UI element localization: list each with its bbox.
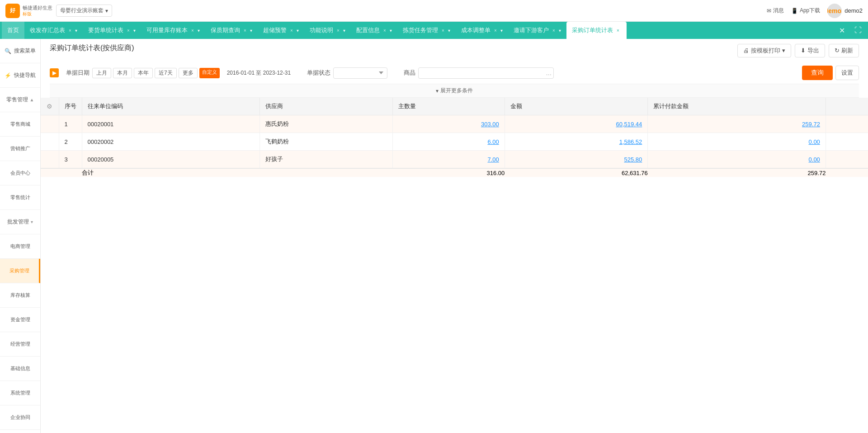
tab-baoyuanq[interactable]: 保质期查询 × ▾ [205,22,258,39]
sidebar-item-retail-store[interactable]: 零售商城 [0,112,40,137]
row2-qty-link[interactable]: 6.00 [487,138,499,145]
sidebar-item-newguide[interactable]: 新手引导 [0,430,40,433]
print-button[interactable]: 🖨 按模板打印 ▾ [737,44,791,57]
sidebar-item-system[interactable]: 系统管理 [0,381,40,405]
tab-caigoudan[interactable]: 采购订单统计表 × [566,22,627,39]
refresh-button[interactable]: ↻ 刷新 [829,44,859,57]
tab-baoyuanq-close[interactable]: × [242,27,248,33]
tab-yaohuo[interactable]: 要货单统计表 × ▾ [83,22,141,39]
tab-shoufazh[interactable]: 收发存汇总表 × ▾ [24,22,83,39]
tab-chaochuyujing[interactable]: 超储预警 × ▾ [258,22,304,39]
date-shortcut-last-month[interactable]: 上月 [92,68,111,78]
row1-amount-link[interactable]: 60,519.44 [616,121,642,128]
table-settings-icon[interactable]: ⚙ [47,103,52,110]
sidebar-item-wholesale[interactable]: 批发管理 ▾ [0,210,40,234]
tab-yaoqingxia[interactable]: 邀请下游客户 × ▾ [508,22,566,39]
workspace-arrow-icon: ▾ [105,8,108,14]
tab-chaochuyujing-arrow: ▾ [297,28,299,33]
workspace-selector[interactable]: 母婴行业演示账套 ▾ [56,5,112,17]
tab-keyong-arrow: ▾ [198,28,200,33]
goods-more-icon[interactable]: … [546,70,552,76]
tab-caigoudan-close[interactable]: × [615,27,621,33]
top-actions: 🖨 按模板打印 ▾ ⬇ 导出 ↻ 刷新 [737,44,859,57]
sidebar-search[interactable]: 🔍 搜索菜单 [0,39,40,63]
refresh-icon: ↻ [835,47,840,54]
sidebar-ecommerce-label: 电商管理 [10,243,30,249]
date-filter-label: 单据日期 [66,69,90,77]
date-shortcut-this-month[interactable]: 本月 [113,68,132,78]
date-shortcut-this-year[interactable]: 本年 [134,68,153,78]
tab-keyong-label: 可用量库存账本 [146,26,188,34]
col-settings: ⚙ [41,98,59,115]
date-shortcut-more[interactable]: 更多 [179,68,198,78]
sidebar-item-enterprise[interactable]: 企业协同 [0,405,40,430]
date-custom-badge[interactable]: 自定义 [199,68,220,78]
tab-chengbenz-arrow: ▾ [500,28,503,33]
sidebar-item-basic[interactable]: 基础信息 [0,357,40,381]
tab-peizhi-close[interactable]: × [382,27,388,33]
row1-qty-link[interactable]: 303.00 [481,121,499,128]
quicknav-icon: ⚡ [5,72,11,79]
summary-paid: 259.72 [648,168,826,177]
query-buttons: 查询 设置 [802,66,859,80]
tab-yaohuo-close[interactable]: × [125,27,132,33]
sidebar-item-ecommerce[interactable]: 电商管理 [0,234,40,259]
goods-filter: 商品 … [404,67,552,79]
col-index: 序号 [59,98,82,115]
app-download-button[interactable]: 📱 App下载 [791,7,820,14]
row3-qty-link[interactable]: 7.00 [487,156,499,163]
avatar: demo2 [827,4,842,18]
row3-paid: 0.00 [648,151,826,169]
tab-yaoqingxia-close[interactable]: × [551,27,557,33]
tab-chengbenz[interactable]: 成本调整单 × ▾ [456,22,508,39]
tab-chaochuyujing-close[interactable]: × [288,27,295,33]
row2-amount-link[interactable]: 1,586.52 [619,138,642,145]
summary-row: 合计 316.00 62,631.76 259.72 [41,168,868,177]
tab-home[interactable]: 首页 [2,22,24,39]
sidebar-inventory-label: 库存核算 [10,292,30,298]
goods-input[interactable] [418,67,554,79]
row2-paid-link[interactable]: 0.00 [809,138,820,145]
sidebar-item-member[interactable]: 会员中心 [0,161,40,186]
sidebar-item-retail-stat[interactable]: 零售统计 [0,186,40,210]
expand-conditions-button[interactable]: ▾ 展开更多条件 [432,86,476,95]
settings-button[interactable]: 设置 [835,66,859,80]
filter-collapse-toggle[interactable]: ▶ [50,68,59,77]
sidebar-item-inventory[interactable]: 库存核算 [0,283,40,308]
col-extra [826,98,868,115]
tab-gongneng[interactable]: 功能说明 × ▾ [304,22,351,39]
tab-baoyuanq-arrow: ▾ [250,28,252,33]
sidebar-item-retail[interactable]: 零售管理 ▲ [0,88,40,112]
tab-yaoqingxia-arrow: ▾ [559,28,561,33]
nav-close-button[interactable]: ✕ [835,24,848,37]
summary-label: 合计 [82,168,393,177]
sidebar-item-operation[interactable]: 经营管理 [0,332,40,357]
tab-baoyuanq-label: 保质期查询 [211,26,240,34]
export-button[interactable]: ⬇ 导出 [795,44,825,57]
sidebar-quicknav[interactable]: ⚡ 快捷导航 [0,63,40,88]
tab-shoufazh-close[interactable]: × [67,27,73,33]
tab-gongneng-arrow: ▾ [343,28,345,33]
message-button[interactable]: ✉ 消息 [767,7,784,14]
sidebar-item-marketing[interactable]: 营销推广 [0,137,40,161]
tab-keyong[interactable]: 可用量库存账本 × ▾ [141,22,205,39]
tab-zhihuoren[interactable]: 拣货任务管理 × ▾ [397,22,456,39]
row3-paid-link[interactable]: 0.00 [809,156,820,163]
tab-peizhi[interactable]: 配置信息 × ▾ [351,22,397,39]
status-select[interactable] [333,67,387,79]
date-shortcut-7days[interactable]: 近7天 [155,68,177,78]
tab-zhihuoren-close[interactable]: × [440,27,446,33]
query-button[interactable]: 查询 [802,66,833,80]
row3-amount-link[interactable]: 525.80 [624,156,642,163]
nav-fullscreen-button[interactable]: ⛶ [852,24,864,37]
user-profile[interactable]: demo2 demo2 [827,4,863,18]
tab-keyong-close[interactable]: × [189,27,196,33]
tab-gongneng-close[interactable]: × [335,27,341,33]
sidebar-marketing-label: 营销推广 [10,145,30,152]
sidebar-item-purchase[interactable]: 采购管理 [0,259,40,283]
table-header-row: ⚙ 序号 往来单位编码 供应商 主数量 金额 累计付款金额 [41,98,868,115]
sidebar-item-finance[interactable]: 资金管理 [0,308,40,332]
row1-paid-link[interactable]: 259.72 [802,121,820,128]
row1-amount: 60,519.44 [505,115,648,133]
tab-chengbenz-close[interactable]: × [492,27,499,33]
